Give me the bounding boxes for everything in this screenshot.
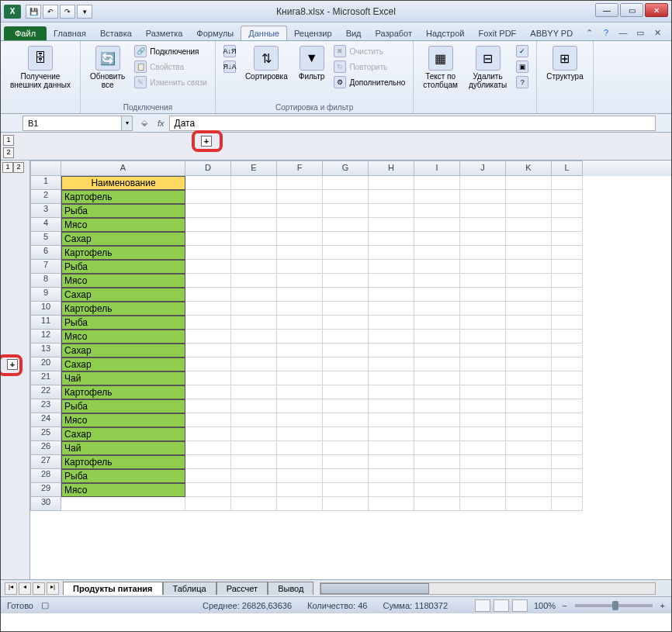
cell-D25[interactable] xyxy=(185,427,231,441)
cell-A22[interactable]: Картофель xyxy=(61,385,185,399)
minimize-button[interactable]: — xyxy=(595,3,618,17)
cell-L7[interactable] xyxy=(552,260,583,274)
cell-K4[interactable] xyxy=(506,218,552,232)
remove-duplicates-button[interactable]: ⊟ Удалить дубликаты xyxy=(466,44,510,91)
minimize-ribbon-button[interactable]: ⌃ xyxy=(583,28,595,40)
cell-A25[interactable]: Сахар xyxy=(61,427,185,441)
column-group-expand-button[interactable]: + xyxy=(201,136,212,147)
sort-za-button[interactable]: Я↓А xyxy=(222,60,237,74)
cell-K24[interactable] xyxy=(506,413,552,427)
cell-A7[interactable]: Рыба xyxy=(61,260,185,274)
horizontal-scrollbar[interactable] xyxy=(320,582,656,595)
cell-L6[interactable] xyxy=(552,246,583,260)
cell-G28[interactable] xyxy=(323,469,369,483)
cell-K28[interactable] xyxy=(506,469,552,483)
cell-D11[interactable] xyxy=(185,316,231,330)
column-header-J[interactable]: J xyxy=(460,161,506,176)
cell-F30[interactable] xyxy=(277,497,323,511)
cell-K3[interactable] xyxy=(506,204,552,218)
cell-K8[interactable] xyxy=(506,274,552,288)
cell-E3[interactable] xyxy=(231,204,277,218)
cell-G24[interactable] xyxy=(323,413,369,427)
row-header-10[interactable]: 10 xyxy=(30,302,61,316)
advanced-filter-button[interactable]: ⚙Дополнительно xyxy=(332,75,407,89)
cell-I20[interactable] xyxy=(414,357,460,371)
cell-F4[interactable] xyxy=(277,218,323,232)
fx-label[interactable]: fx xyxy=(153,119,169,128)
cell-G9[interactable] xyxy=(323,288,369,302)
cell-I29[interactable] xyxy=(414,483,460,497)
cell-A13[interactable]: Сахар xyxy=(61,344,185,357)
cell-K5[interactable] xyxy=(506,232,552,246)
cell-L30[interactable] xyxy=(552,497,583,511)
formula-expand-button[interactable]: ⬙ xyxy=(136,116,153,131)
row-header-26[interactable]: 26 xyxy=(30,441,61,455)
zoom-slider[interactable] xyxy=(575,604,653,607)
cell-F21[interactable] xyxy=(277,371,323,385)
file-tab[interactable]: Файл xyxy=(4,26,47,40)
cell-J20[interactable] xyxy=(460,357,506,371)
cell-H8[interactable] xyxy=(369,274,414,288)
cell-H9[interactable] xyxy=(369,288,414,302)
cell-K12[interactable] xyxy=(506,330,552,344)
row-header-29[interactable]: 29 xyxy=(30,483,61,497)
cell-K27[interactable] xyxy=(506,455,552,469)
doc-minimize-button[interactable]: — xyxy=(617,28,629,40)
cell-A8[interactable]: Мясо xyxy=(61,274,185,288)
cell-J6[interactable] xyxy=(460,246,506,260)
cell-A24[interactable]: Мясо xyxy=(61,413,185,427)
cell-E28[interactable] xyxy=(231,469,277,483)
cell-L22[interactable] xyxy=(552,385,583,399)
sheet-nav-next[interactable]: ▸ xyxy=(33,582,45,595)
cell-L10[interactable] xyxy=(552,302,583,316)
cell-E12[interactable] xyxy=(231,330,277,344)
cell-I1[interactable] xyxy=(414,176,460,190)
cell-K23[interactable] xyxy=(506,399,552,413)
cell-A5[interactable]: Сахар xyxy=(61,232,185,246)
name-box[interactable]: B1 xyxy=(23,116,122,131)
cell-J25[interactable] xyxy=(460,427,506,441)
sort-button[interactable]: ⇅ Сортировка xyxy=(242,44,291,82)
cell-L5[interactable] xyxy=(552,232,583,246)
cell-D2[interactable] xyxy=(185,190,231,204)
cell-D20[interactable] xyxy=(185,357,231,371)
cell-G23[interactable] xyxy=(323,399,369,413)
cell-D24[interactable] xyxy=(185,413,231,427)
cell-J29[interactable] xyxy=(460,483,506,497)
cell-K13[interactable] xyxy=(506,344,552,357)
cell-D3[interactable] xyxy=(185,204,231,218)
cell-G6[interactable] xyxy=(323,246,369,260)
cell-A21[interactable]: Чай xyxy=(61,371,185,385)
cell-H27[interactable] xyxy=(369,455,414,469)
cell-F29[interactable] xyxy=(277,483,323,497)
cell-H2[interactable] xyxy=(369,190,414,204)
cell-F9[interactable] xyxy=(277,288,323,302)
cell-J23[interactable] xyxy=(460,399,506,413)
cell-J11[interactable] xyxy=(460,316,506,330)
cell-E4[interactable] xyxy=(231,218,277,232)
ribbon-tab-вид[interactable]: Вид xyxy=(339,26,369,40)
row-header-9[interactable]: 9 xyxy=(30,288,61,302)
cell-D22[interactable] xyxy=(185,385,231,399)
cell-A6[interactable]: Картофель xyxy=(61,246,185,260)
row-header-8[interactable]: 8 xyxy=(30,274,61,288)
row-header-22[interactable]: 22 xyxy=(30,385,61,399)
cell-H22[interactable] xyxy=(369,385,414,399)
cell-A30[interactable] xyxy=(61,497,185,511)
cell-H25[interactable] xyxy=(369,427,414,441)
zoom-in-button[interactable]: + xyxy=(660,601,665,610)
structure-button[interactable]: ⊞ Структура xyxy=(543,44,586,82)
cell-F12[interactable] xyxy=(277,330,323,344)
cell-K9[interactable] xyxy=(506,288,552,302)
cell-A4[interactable]: Мясо xyxy=(61,218,185,232)
cell-G13[interactable] xyxy=(323,344,369,357)
refresh-all-button[interactable]: 🔄 Обновить все xyxy=(87,44,128,91)
name-box-dropdown[interactable]: ▾ xyxy=(122,116,133,131)
cell-H11[interactable] xyxy=(369,316,414,330)
cell-L1[interactable] xyxy=(552,176,583,190)
cell-I27[interactable] xyxy=(414,455,460,469)
cell-K21[interactable] xyxy=(506,371,552,385)
cell-H21[interactable] xyxy=(369,371,414,385)
cell-H26[interactable] xyxy=(369,441,414,455)
cell-K2[interactable] xyxy=(506,190,552,204)
